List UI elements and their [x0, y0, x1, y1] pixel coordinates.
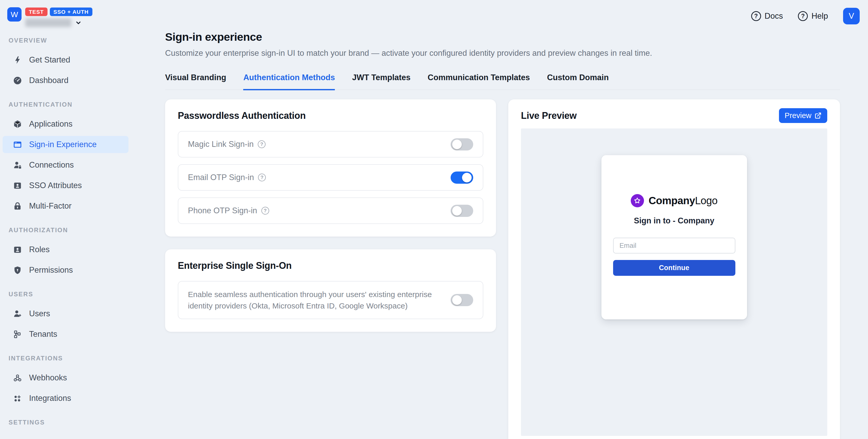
tab-authentication-methods[interactable]: Authentication Methods [243, 73, 335, 90]
section-label-users: USERS [8, 291, 131, 298]
section-label-overview: OVERVIEW [8, 37, 131, 44]
sidebar-item-label: SSO Attributes [29, 181, 82, 190]
phone-otp-toggle[interactable] [451, 205, 473, 217]
shield-keyhole-icon [13, 266, 22, 275]
enterprise-sso-toggle[interactable] [451, 294, 473, 306]
live-preview-title: Live Preview [521, 110, 577, 121]
email-otp-label: Email OTP Sign-in [188, 173, 254, 182]
sidebar-item-label: Get Started [29, 55, 70, 65]
magic-link-toggle[interactable] [451, 138, 473, 151]
org-tree-icon [13, 330, 22, 339]
sidebar-item-label: Multi-Factor [29, 201, 72, 211]
section-label-integrations: INTEGRATIONS [8, 355, 131, 362]
sso-auth-badge: SSO + AUTH [50, 7, 92, 16]
company-logo-bold: Company [649, 195, 695, 206]
tab-bar: Visual Branding Authentication Methods J… [165, 73, 840, 90]
sidebar-item-label: Integrations [29, 394, 71, 403]
user-avatar[interactable]: V [843, 8, 860, 24]
sidebar-nav: OVERVIEW Get Started Dashboard AUTHENTIC… [0, 37, 131, 426]
help-circle-icon[interactable] [258, 140, 266, 148]
section-label-authentication: AUTHENTICATION [8, 101, 131, 108]
gauge-icon [13, 76, 22, 85]
sidebar: W TEST SSO + AUTH OVERVIEW Get Started D… [0, 0, 131, 439]
passwordless-authentication-card: Passwordless Authentication Magic Link S… [165, 99, 496, 237]
sidebar-item-label: Applications [29, 119, 72, 129]
sidebar-item-permissions[interactable]: Permissions [3, 261, 128, 279]
workspace-switcher[interactable]: W TEST SSO + AUTH [0, 7, 131, 27]
sidebar-item-sign-in-experience[interactable]: Sign-in Experience [3, 136, 128, 153]
enterprise-sso-description: Enable seamless authentication through y… [188, 282, 432, 319]
cube-icon [13, 120, 22, 129]
sidebar-item-roles[interactable]: Roles [3, 241, 128, 258]
sidebar-item-connections[interactable]: Connections [3, 156, 128, 174]
browser-window-icon [13, 140, 22, 149]
sidebar-item-label: Sign-in Experience [29, 140, 97, 149]
workspace-name-redacted [25, 19, 71, 27]
magic-link-row: Magic Link Sign-in [178, 131, 483, 157]
signin-heading: Sign in to - Company [634, 216, 714, 225]
sidebar-item-sso-attributes[interactable]: SSO Attributes [3, 177, 128, 194]
sidebar-item-integrations[interactable]: Integrations [3, 390, 128, 407]
sidebar-item-label: Roles [29, 245, 50, 254]
company-logo-light: Logo [695, 195, 717, 206]
sidebar-item-label: Permissions [29, 265, 73, 275]
id-card-icon [13, 181, 22, 190]
enterprise-sso-row: Enable seamless authentication through y… [178, 281, 483, 319]
sidebar-item-get-started[interactable]: Get Started [3, 51, 128, 68]
enterprise-sso-card: Enterprise Single Sign-On Enable seamles… [165, 249, 496, 332]
sidebar-item-applications[interactable]: Applications [3, 116, 128, 133]
preview-button-label: Preview [785, 111, 811, 120]
passwordless-title: Passwordless Authentication [178, 110, 483, 121]
tab-communication-templates[interactable]: Communication Templates [428, 73, 530, 90]
sidebar-item-label: Webhooks [29, 373, 67, 382]
preview-stage: CompanyLogo Sign in to - Company Continu… [521, 128, 827, 436]
phone-otp-label: Phone OTP Sign-in [188, 206, 257, 215]
signin-preview-card: CompanyLogo Sign in to - Company Continu… [601, 155, 747, 319]
page-subtitle: Customize your enterprise sign-in UI to … [165, 49, 840, 58]
magic-link-label: Magic Link Sign-in [188, 139, 254, 149]
user-lock-icon [13, 161, 22, 170]
live-preview-card: Live Preview Preview CompanyLogo [508, 99, 840, 439]
sidebar-item-tenants[interactable]: Tenants [3, 325, 128, 343]
company-logo-text: CompanyLogo [649, 195, 718, 207]
preview-button[interactable]: Preview [779, 108, 827, 123]
page-title: Sign-in experience [165, 31, 840, 43]
lightning-icon [13, 56, 22, 65]
test-badge: TEST [25, 7, 48, 16]
email-otp-toggle[interactable] [451, 171, 473, 184]
section-label-authorization: AUTHORIZATION [8, 226, 131, 234]
sidebar-item-users[interactable]: Users [3, 305, 128, 322]
tab-jwt-templates[interactable]: JWT Templates [352, 73, 410, 90]
lock-icon [13, 201, 22, 211]
webhook-icon [13, 373, 22, 382]
sidebar-item-label: Tenants [29, 330, 57, 339]
user-plus-icon [13, 309, 22, 318]
tab-custom-domain[interactable]: Custom Domain [547, 73, 609, 90]
id-card-icon [13, 245, 22, 254]
email-input[interactable] [613, 238, 735, 253]
sidebar-item-label: Users [29, 309, 50, 318]
phone-otp-row: Phone OTP Sign-in [178, 197, 483, 224]
sidebar-item-webhooks[interactable]: Webhooks [3, 369, 128, 386]
sidebar-item-dashboard[interactable]: Dashboard [3, 72, 128, 89]
help-circle-icon[interactable] [258, 174, 266, 181]
help-circle-icon[interactable] [261, 207, 269, 215]
section-label-settings: SETTINGS [8, 419, 131, 426]
sidebar-item-label: Connections [29, 160, 74, 170]
chevron-down-icon[interactable] [75, 20, 82, 26]
main-content: Sign-in experience Customize your enterp… [165, 0, 840, 439]
external-link-icon [814, 112, 822, 119]
sidebar-item-label: Dashboard [29, 76, 68, 85]
star-icon [631, 194, 644, 207]
email-otp-row: Email OTP Sign-in [178, 164, 483, 191]
sidebar-item-multi-factor[interactable]: Multi-Factor [3, 197, 128, 215]
enterprise-sso-title: Enterprise Single Sign-On [178, 260, 483, 271]
workspace-logo: W [7, 7, 22, 22]
tab-visual-branding[interactable]: Visual Branding [165, 73, 226, 90]
apps-plus-icon [13, 394, 22, 403]
continue-button[interactable]: Continue [613, 260, 735, 276]
